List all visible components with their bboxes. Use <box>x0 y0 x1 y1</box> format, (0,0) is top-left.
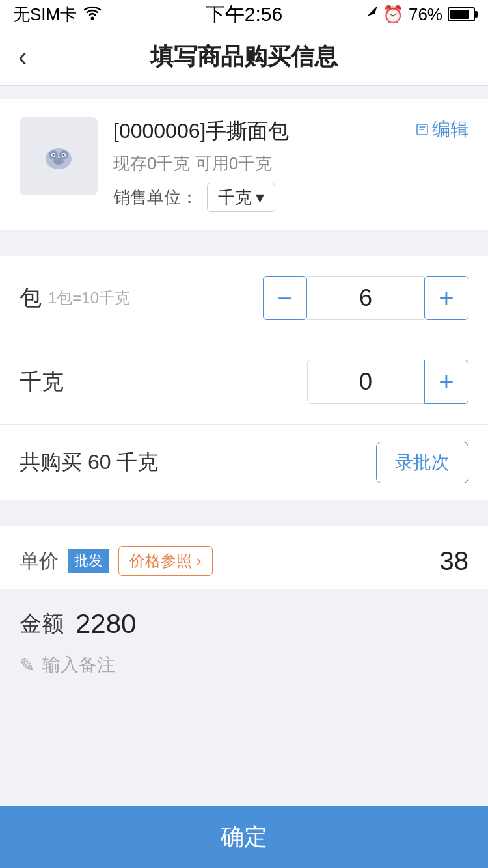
product-info: [0000006]手撕面包 编辑 现存0千克 可用0千克 销售单位： 千克 ▾ <box>113 117 468 212</box>
time-label: 下午2:56 <box>206 1 282 28</box>
batch-button[interactable]: 录批次 <box>376 442 468 483</box>
location-icon <box>364 5 377 25</box>
summary-text: 共购买 60 千克 <box>20 448 158 477</box>
qty-plus-button-kg[interactable]: + <box>424 360 468 404</box>
quantity-row-bao: 包 1包=10千克 − + <box>0 256 488 340</box>
product-card: [0000006]手撕面包 编辑 现存0千克 可用0千克 销售单位： 千克 ▾ <box>0 99 488 230</box>
qty-plus-button-bao[interactable]: + <box>424 276 468 320</box>
amount-value: 2280 <box>75 608 136 640</box>
edit-button[interactable]: 编辑 <box>415 117 468 142</box>
qty-label-bao: 包 <box>20 283 42 313</box>
product-thumbnail <box>20 117 98 195</box>
status-left: 无SIM卡 <box>13 3 102 26</box>
price-row: 单价 批发 价格参照 › 38 <box>20 546 468 576</box>
price-ref-button[interactable]: 价格参照 › <box>118 546 213 576</box>
status-right: ⏰ 76% <box>364 5 475 25</box>
nav-bar: ‹ 填写商品购买信息 <box>0 29 488 86</box>
page-title: 填写商品购买信息 <box>150 41 338 73</box>
unit-selector[interactable]: 千克 ▾ <box>207 183 275 212</box>
qty-label-kg: 千克 <box>20 367 64 397</box>
svg-point-8 <box>63 154 65 156</box>
note-placeholder: 输入备注 <box>42 653 115 677</box>
qty-controls-bao: − + <box>263 276 468 320</box>
alarm-icon: ⏰ <box>383 5 403 25</box>
price-tag: 批发 <box>68 549 109 573</box>
qty-minus-button-bao[interactable]: − <box>263 276 307 320</box>
divider-1 <box>0 230 488 243</box>
wifi-icon <box>83 5 102 25</box>
carrier-label: 无SIM卡 <box>13 3 77 26</box>
svg-point-0 <box>91 16 94 20</box>
battery-icon <box>448 7 475 21</box>
qty-controls-kg: + <box>307 360 468 404</box>
confirm-bar[interactable]: 确定 <box>0 806 488 868</box>
summary-row: 共购买 60 千克 录批次 <box>0 424 488 500</box>
chevron-down-icon: ▾ <box>256 187 264 208</box>
back-button[interactable]: ‹ <box>18 42 27 72</box>
amount-section: 金额 2280 ✎ 输入备注 <box>0 589 488 688</box>
quantity-row-kg: 千克 + <box>0 340 488 424</box>
product-unit-row: 销售单位： 千克 ▾ <box>113 183 468 212</box>
svg-marker-1 <box>364 6 377 19</box>
confirm-button-label: 确定 <box>221 821 267 853</box>
amount-label: 金额 <box>20 609 64 639</box>
price-label: 单价 <box>20 548 59 575</box>
qty-input-kg[interactable] <box>307 360 424 404</box>
edit-note-icon: ✎ <box>20 655 34 676</box>
qty-sub-bao: 1包=10千克 <box>48 288 130 308</box>
product-stock: 现存0千克 可用0千克 <box>113 152 468 175</box>
note-row[interactable]: ✎ 输入备注 <box>20 653 468 677</box>
price-section: 单价 批发 价格参照 › 38 <box>0 526 488 589</box>
amount-row: 金额 2280 <box>20 608 468 640</box>
qty-input-bao[interactable] <box>307 276 424 320</box>
divider-2 <box>0 500 488 513</box>
svg-point-9 <box>53 158 64 165</box>
battery-percent: 76% <box>409 5 442 25</box>
quantity-section: 包 1包=10千克 − + 千克 + 共购买 60 千克 录批次 <box>0 256 488 500</box>
status-bar: 无SIM卡 下午2:56 ⏰ 76% <box>0 0 488 29</box>
product-name: [0000006]手撕面包 <box>113 117 415 146</box>
price-value: 38 <box>440 547 469 576</box>
svg-point-7 <box>53 154 55 156</box>
unit-label: 销售单位： <box>113 186 198 209</box>
